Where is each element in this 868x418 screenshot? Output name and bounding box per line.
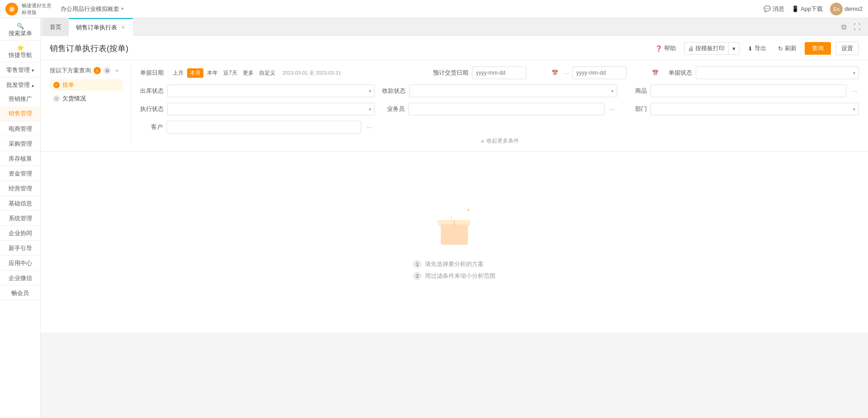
out-status-select-wrapper <box>167 85 375 97</box>
salesperson-label: 业务员 <box>382 105 405 113</box>
sidebar-section-enterprise: 企业协同 <box>0 226 40 241</box>
sidebar-item-enterprise[interactable]: 企业协同 <box>0 226 40 240</box>
out-status-select[interactable] <box>167 85 375 97</box>
nav-title-area: 办公用品行业模拟账套 ▾ <box>52 5 764 13</box>
date-separator: — <box>564 70 570 76</box>
scheme-add-button[interactable]: + <box>94 67 101 74</box>
print-dropdown-icon[interactable]: ▾ <box>729 43 739 54</box>
user-profile-button[interactable]: Ea demo2 <box>830 3 863 15</box>
sidebar-quick-nav[interactable]: ⭐ 快捷导航 <box>0 41 40 62</box>
logo-text: 畅捷通好生意 标准版 <box>22 2 52 15</box>
dept-select-wrapper <box>651 103 859 115</box>
message-icon: 💬 <box>764 5 771 12</box>
search-button[interactable]: 查询 <box>805 42 831 55</box>
date-more-btn[interactable]: 更多 <box>241 68 255 78</box>
tab-restore-icon[interactable]: ⧉ <box>840 21 848 33</box>
top-right-actions: 💬 消息 📱 App下载 Ea demo2 <box>764 3 863 15</box>
customer-label: 客户 <box>140 123 163 131</box>
svg-text:✦: ✦ <box>466 206 471 214</box>
goods-input[interactable] <box>651 85 847 97</box>
sidebar-item-appstore[interactable]: 应用中心 <box>0 256 40 270</box>
message-button[interactable]: 💬 消息 <box>764 5 784 13</box>
sidebar-item-finance[interactable]: 资金管理 <box>0 166 40 180</box>
sidebar-item-newbie[interactable]: 新手引导 <box>0 241 40 255</box>
main-layout: 🔍 搜索菜单 ⭐ 快捷导航 零售管理 ▾ 批发管理 ▴ 营销推广 销售管理 <box>0 18 868 418</box>
goods-picker-button[interactable]: ··· <box>850 87 859 95</box>
scheme-item-按单[interactable]: ✓ 按单 <box>50 79 123 91</box>
top-header: 好 畅捷通好生意 标准版 办公用品行业模拟账套 ▾ 💬 消息 📱 App下载 E… <box>0 0 868 18</box>
svg-text:✦: ✦ <box>435 219 439 224</box>
filter-group-dept: 部门 <box>624 103 859 115</box>
filter-collapse-button[interactable]: ∧ 收起更多条件 <box>140 133 859 145</box>
exec-status-select[interactable] <box>167 103 375 115</box>
expected-date-start-wrapper: 📅 <box>472 66 561 79</box>
sidebar-item-marketing[interactable]: 营销推广 <box>0 92 40 106</box>
status-select-wrapper <box>696 66 859 79</box>
date-custom-btn[interactable]: 自定义 <box>257 68 277 78</box>
tab-fullscreen-icon[interactable]: ⛶ <box>852 21 863 33</box>
app-download-button[interactable]: 📱 App下载 <box>792 5 823 13</box>
scheme-inactive-dot: ○ <box>53 95 60 102</box>
salesperson-input[interactable] <box>408 103 604 115</box>
expected-date-end-input[interactable] <box>572 66 627 79</box>
svg-text:↑: ↑ <box>450 214 453 220</box>
date-this-month-btn[interactable]: 本月 <box>187 68 203 78</box>
tab-home[interactable]: 首页 <box>42 18 69 36</box>
sidebar-section-wholesale-header[interactable]: 批发管理 ▴ <box>0 77 40 92</box>
scheme-item-欠货情况[interactable]: ○ 欠货情况 <box>50 93 123 104</box>
calendar-end-icon: 📅 <box>652 70 659 76</box>
sidebar-item-operation[interactable]: 经营管理 <box>0 181 40 195</box>
sidebar-search[interactable]: 🔍 搜索菜单 <box>0 18 40 41</box>
expected-date-start-input[interactable] <box>472 66 526 79</box>
step-1-num: 1 <box>413 260 421 268</box>
retail-arrow-icon: ▾ <box>32 68 34 73</box>
collect-status-select[interactable] <box>409 85 617 97</box>
calendar-start-icon: 📅 <box>552 70 558 76</box>
date-last-month-btn[interactable]: 上月 <box>171 68 185 78</box>
sidebar-item-system[interactable]: 系统管理 <box>0 211 40 225</box>
star-icon: ⭐ <box>17 44 24 51</box>
sidebar-section-base: 基础信息 <box>0 196 40 211</box>
refresh-button[interactable]: ↻ 刷新 <box>774 43 800 54</box>
sidebar-item-member[interactable]: 畅会员 <box>0 285 40 300</box>
expected-date-end-wrapper: 📅 <box>572 66 661 79</box>
settings-button[interactable]: 设置 <box>835 42 859 55</box>
content-area: 首页 销售订单执行表 × ⧉ ⛶ 销售订单执行表(按单) ❓ 帮助 <box>41 18 868 418</box>
sidebar-item-sales[interactable]: 销售管理 <box>0 106 40 121</box>
dept-label: 部门 <box>624 105 647 113</box>
sidebar-item-corpwechat[interactable]: 企业微信 <box>0 271 40 285</box>
date-this-year-btn[interactable]: 本年 <box>205 68 220 78</box>
filter-rows: 单据日期 上月 本月 本年 近7天 更多 自定义 <box>140 66 859 133</box>
sidebar-section-retail-header[interactable]: 零售管理 ▾ <box>0 62 40 77</box>
filter-row-1: 单据日期 上月 本月 本年 近7天 更多 自定义 <box>140 66 859 79</box>
export-button[interactable]: ⬇ 导出 <box>744 43 770 54</box>
sidebar-item-base[interactable]: 基础信息 <box>0 196 40 210</box>
scheme-settings-button[interactable]: ⚙ <box>104 67 111 74</box>
empty-illustration: ✦ ✦ ↑ <box>432 204 477 249</box>
customer-picker-button[interactable]: ··· <box>365 124 374 131</box>
collect-status-label: 收款状态 <box>382 87 406 95</box>
sidebar-item-purchase[interactable]: 采购管理 <box>0 136 40 151</box>
print-button[interactable]: 🖨 按模板打印 <box>684 43 729 54</box>
tab-close-icon[interactable]: × <box>121 24 126 32</box>
expected-date-label: 预计交货日期 <box>433 69 468 77</box>
scheme-title-text: 按以下方案查询 <box>50 66 91 75</box>
sidebar-item-inventory[interactable]: 库存核算 <box>0 151 40 166</box>
page-header-actions: ❓ 帮助 🖨 按模板打印 ▾ ⬇ 导出 <box>651 42 859 55</box>
help-button[interactable]: ❓ 帮助 <box>651 43 679 54</box>
date-quick-btns: 上月 本月 本年 近7天 更多 自定义 <box>171 68 277 78</box>
sidebar-item-ecommerce[interactable]: 电商管理 <box>0 121 40 136</box>
phone-icon: 📱 <box>792 5 799 12</box>
filter-group-date: 单据日期 上月 本月 本年 近7天 更多 自定义 <box>140 68 426 78</box>
status-select[interactable] <box>696 66 859 79</box>
date-last7-btn[interactable]: 近7天 <box>222 68 239 78</box>
tab-sales-order[interactable]: 销售订单执行表 × <box>69 18 133 36</box>
export-icon: ⬇ <box>748 45 753 52</box>
scheme-collapse-button[interactable]: « <box>113 67 121 74</box>
dept-select[interactable] <box>651 103 859 115</box>
out-status-label: 出库状态 <box>140 87 164 95</box>
svg-text:好: 好 <box>9 7 14 12</box>
nav-dropdown-icon[interactable]: ▾ <box>121 6 124 12</box>
salesperson-picker-button[interactable]: ··· <box>608 105 617 113</box>
customer-input[interactable] <box>166 121 361 133</box>
